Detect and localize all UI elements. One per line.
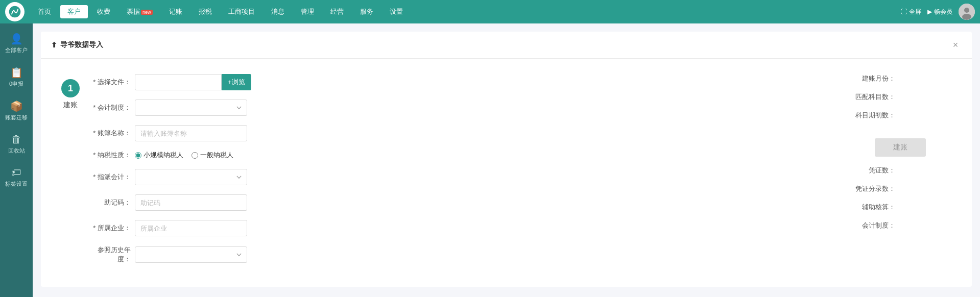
nav-item-manage[interactable]: 管理 [294,5,321,18]
history-row: 参照历史年度： [90,245,829,264]
all-customers-icon: 👤 [10,33,23,45]
panel-header: ⬆ 导爷数据导入 × [41,32,972,59]
tax-general-text: 一般纳税人 [200,151,233,160]
accountant-row: * 指派会计： [90,169,829,185]
accountant-select[interactable] [135,169,247,185]
tag-icon: 🏷 [11,167,21,179]
aux-label: 辅助核算： [849,203,895,212]
accounting-row: * 会计制度： [90,100,829,116]
company-row: * 所属企业： [90,220,829,236]
accounting-select[interactable] [135,100,247,116]
tax-label: * 纳税性质： [90,151,131,160]
tax-small-text: 小规模纳税人 [144,151,183,160]
match-label: 匹配科目数： [849,92,895,102]
nav-item-business[interactable]: 工商项目 [221,5,262,18]
month-row: 建账月份： [849,74,951,83]
memo-label: 助记码： [90,198,131,207]
period-label: 科目期初数： [849,111,895,120]
ledger-label: * 账簿名称： [90,129,131,138]
right-info-panel: 建账月份： 匹配科目数： 科目期初数： 建账 [829,74,951,264]
fullscreen-label: 全屏 [909,8,921,16]
form-grid: * 选择文件： +浏览 * 会计制度： [90,74,829,264]
file-input[interactable] [135,74,222,90]
accountant-label: * 指派会计： [90,172,131,182]
aux-row: 辅助核算： [849,203,951,212]
app-logo[interactable] [5,2,25,21]
tax-row: * 纳税性质： 小规模纳税人 一般纳税人 [90,151,829,160]
form-area: 1 建账 * 选择文件： +浏览 [41,59,972,279]
sidebar-item-label-account-migrate: 账套迁移 [5,114,28,121]
ledger-input[interactable] [135,125,247,141]
build-account-button[interactable]: 建账 [875,138,926,157]
recycle-icon: 🗑 [11,134,21,145]
nav-item-message[interactable]: 消息 [264,5,292,18]
file-label: * 选择文件： [90,78,131,87]
nav-right: ⛶ 全屏 ▶ 畅会员 [901,4,975,20]
sidebar: 👤 全部客户 📋 0申报 📦 账套迁移 🗑 回收站 🏷 标签设置 [0,23,33,297]
tax-small-label[interactable]: 小规模纳税人 [135,151,183,160]
new-badge: new [141,10,153,15]
sidebar-item-account-migrate[interactable]: 📦 账套迁移 [1,95,32,127]
tax-radio-group: 小规模纳税人 一般纳税人 [135,151,233,160]
file-select-row: * 选择文件： +浏览 [90,74,829,90]
top-nav: 首页 客户 收费 票据new 记账 报税 工商项目 消息 管理 经营 服务 设置… [0,0,980,23]
close-button[interactable]: × [949,39,962,51]
tax-general-label[interactable]: 一般纳税人 [192,151,233,160]
sidebar-item-label-declaration: 0申报 [9,80,23,88]
history-select[interactable] [135,246,247,263]
sidebar-item-label-tag-settings: 标签设置 [5,180,28,188]
voucher-records-row: 凭证分录数： [849,184,951,193]
nav-item-tax[interactable]: 报税 [192,5,219,18]
sidebar-item-recycle[interactable]: 🗑 回收站 [1,129,32,160]
nav-item-settings[interactable]: 设置 [383,5,410,18]
sidebar-item-tag-settings[interactable]: 🏷 标签设置 [1,162,32,193]
match-row: 匹配科目数： [849,92,951,102]
tax-general-radio[interactable] [192,152,198,159]
sidebar-item-declaration[interactable]: 📋 0申报 [1,61,32,93]
form-left: 1 建账 * 选择文件： +浏览 [61,74,829,264]
system-row: 会计制度： [849,221,951,230]
step-badge: 1 [61,79,80,97]
memo-input[interactable] [135,194,247,211]
member-btn[interactable]: ▶ 畅会员 [927,8,952,16]
month-label: 建账月份： [849,74,895,83]
sidebar-item-label-recycle: 回收站 [8,147,25,155]
main-layout: 👤 全部客户 📋 0申报 📦 账套迁移 🗑 回收站 🏷 标签设置 ⬆ 导爷数据导… [0,23,980,297]
svg-point-3 [962,14,971,20]
upload-icon: ⬆ [51,41,57,49]
memo-row: 助记码： [90,194,829,211]
nav-item-operate[interactable]: 经营 [323,5,351,18]
period-row: 科目期初数： [849,111,951,120]
user-avatar[interactable] [959,4,975,20]
history-label: 参照历史年度： [90,245,131,264]
browse-button[interactable]: +浏览 [222,74,251,90]
voucher-row: 凭证数： [849,166,951,175]
accounting-label: * 会计制度： [90,103,131,112]
voucher-records-label: 凭证分录数： [849,184,895,193]
nav-item-home[interactable]: 首页 [31,5,58,18]
ledger-row: * 账簿名称： [90,125,829,141]
sidebar-item-all-customers[interactable]: 👤 全部客户 [1,28,32,59]
nav-item-service[interactable]: 服务 [353,5,380,18]
fullscreen-btn[interactable]: ⛶ 全屏 [901,8,921,16]
import-panel: ⬆ 导爷数据导入 × 1 建账 * 选择文件： [41,32,972,287]
company-label: * 所属企业： [90,224,131,233]
file-input-group: +浏览 [135,74,251,90]
sidebar-item-label-all-customers: 全部客户 [5,46,28,54]
voucher-label: 凭证数： [849,166,895,175]
company-input[interactable] [135,220,247,236]
nav-item-account[interactable]: 记账 [162,5,189,18]
panel-title: ⬆ 导爷数据导入 [51,40,103,50]
nav-item-customer[interactable]: 客户 [60,5,88,18]
account-migrate-icon: 📦 [10,100,23,112]
member-label: 畅会员 [934,8,952,16]
svg-point-2 [964,8,969,13]
tax-small-radio[interactable] [135,152,141,159]
panel-title-text: 导爷数据导入 [60,40,103,50]
declaration-icon: 📋 [10,66,23,79]
system-label: 会计制度： [849,221,895,230]
nav-item-invoice[interactable]: 票据new [119,5,160,18]
member-icon: ▶ [927,8,932,15]
step-label: 建账 [63,101,78,110]
nav-item-charge[interactable]: 收费 [90,5,117,18]
